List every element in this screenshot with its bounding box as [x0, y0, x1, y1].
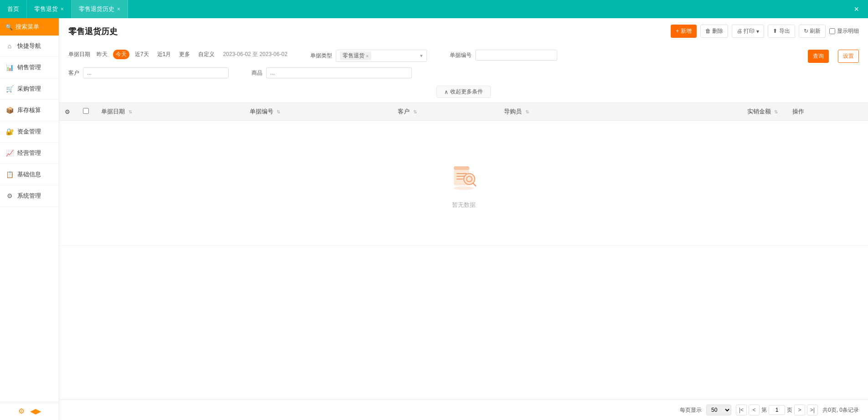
date-options: 昨天 今天 近7天 近1月 更多 自定义 [94, 50, 217, 59]
sidebar-item-label: 经营管理 [17, 149, 41, 157]
sidebar-item-business-mgmt[interactable]: 📈 经营管理 [0, 143, 59, 164]
query-button[interactable]: 查询 [808, 50, 829, 63]
type-tag: 零售退货 × [340, 51, 371, 60]
date-filter-label: 单据日期 [68, 51, 90, 58]
tab-retail-return-history-close[interactable]: × [117, 6, 120, 12]
first-page-btn[interactable]: |< [736, 405, 747, 415]
next-page-btn[interactable]: > [794, 405, 805, 415]
query-label: 查询 [813, 52, 824, 60]
display-label: 显示明细 [837, 27, 859, 35]
date-opt-today[interactable]: 今天 [113, 50, 129, 59]
delete-button[interactable]: 🗑 删除 [700, 25, 728, 38]
settings-label: 设置 [843, 52, 854, 60]
th-date[interactable]: 单据日期 ⇅ [96, 103, 244, 121]
sidebar-item-label: 库存核算 [17, 106, 41, 114]
th-settings[interactable]: ⚙ [59, 103, 77, 121]
type-tag-close[interactable]: × [366, 53, 369, 59]
sidebar-item-label: 资金管理 [17, 128, 41, 136]
table-body: 暂无数据 [59, 121, 868, 246]
last-page-btn[interactable]: >| [807, 405, 818, 415]
refresh-label: ↻ 刷新 [804, 27, 821, 35]
prev-page-btn[interactable]: < [749, 405, 760, 415]
customer-input[interactable] [83, 67, 229, 78]
th-actions-label: 操作 [792, 108, 804, 115]
page-header: 零售退货历史 + 新增 🗑 删除 🖨 打印 ▾ ⬆ 导出 [59, 18, 868, 103]
display-toggle-checkbox[interactable] [829, 28, 835, 34]
sidebar-item-funds-mgmt[interactable]: 🔐 资金管理 [0, 121, 59, 143]
sidebar-item-label: 系统管理 [17, 192, 41, 200]
new-button[interactable]: + 新增 [671, 25, 696, 38]
search-menu-label: 搜索菜单 [15, 23, 39, 31]
tab-home[interactable]: 首页 [0, 0, 27, 18]
tab-retail-return-close[interactable]: × [61, 6, 64, 12]
sidebar-item-purchase-mgmt[interactable]: 🛒 采购管理 [0, 78, 59, 100]
collapse-button[interactable]: ∧ 收起更多条件 [437, 86, 491, 98]
date-opt-last7[interactable]: 近7天 [132, 50, 152, 59]
search-menu-btn[interactable]: 🔍 搜索菜单 [0, 18, 59, 36]
th-actions: 操作 [787, 103, 868, 121]
goods-filter-label: 商品 [252, 69, 262, 77]
sort-icon-number: ⇅ [277, 109, 280, 114]
funds-icon: 🔐 [5, 128, 14, 136]
print-button[interactable]: 🖨 打印 ▾ [732, 25, 764, 38]
sort-icon-guide: ⇅ [525, 109, 529, 114]
sidebar-item-basic-info[interactable]: 📋 基础信息 [0, 164, 59, 185]
goods-input[interactable] [266, 67, 412, 78]
pagination-bar: 每页显示 10 20 50 100 |< < 第 页 > >| 共0页, 0条记… [59, 400, 868, 420]
delete-label: 🗑 删除 [705, 27, 723, 35]
print-dropdown-icon: ▾ [756, 28, 759, 35]
type-filter-label: 单据类型 [310, 52, 332, 60]
new-label: + 新增 [676, 27, 691, 35]
tab-retail-return[interactable]: 零售退货 × [27, 0, 72, 18]
filter-area: 单据日期 昨天 今天 近7天 近1月 更多 自定义 2023-06-02 至 2… [68, 44, 859, 102]
page-title: 零售退货历史 [68, 26, 118, 37]
sidebar-item-quick-nav[interactable]: ⌂ 快捷导航 [0, 36, 59, 57]
sidebar-volume-icon[interactable]: ◀▶ [30, 407, 41, 415]
sort-icon-date: ⇅ [128, 109, 132, 114]
date-opt-yesterday[interactable]: 昨天 [94, 50, 110, 59]
tab-home-label: 首页 [7, 5, 19, 13]
th-number[interactable]: 单据编号 ⇅ [244, 103, 393, 121]
display-toggle: 显示明细 [829, 27, 859, 35]
page-number-input[interactable] [769, 405, 785, 415]
tab-retail-return-history-label: 零售退货历史 [79, 5, 114, 13]
per-page-label: 每页显示 [680, 406, 702, 414]
date-opt-more[interactable]: 更多 [176, 50, 193, 59]
number-input[interactable] [475, 50, 557, 61]
page-label: 第 [761, 406, 767, 414]
inventory-icon: 📦 [5, 106, 14, 114]
select-all-checkbox[interactable] [83, 108, 89, 114]
refresh-button[interactable]: ↻ 刷新 [799, 25, 826, 38]
sidebar-settings-icon[interactable]: ⚙ [18, 407, 25, 415]
date-filter: 单据日期 昨天 今天 近7天 近1月 更多 自定义 2023-06-02 至 2… [68, 50, 288, 59]
date-opt-last1month[interactable]: 近1月 [154, 50, 174, 59]
sidebar-item-sales-mgmt[interactable]: 📊 销售管理 [0, 57, 59, 78]
type-tag-label: 零售退货 [343, 52, 365, 60]
settings-button[interactable]: 设置 [838, 50, 859, 63]
sidebar: 🔍 搜索菜单 ⌂ 快捷导航 📊 销售管理 🛒 采购管理 📦 库存核算 🔐 资金管… [0, 18, 59, 420]
per-page-select[interactable]: 10 20 50 100 [706, 405, 731, 415]
th-customer[interactable]: 客户 ⇅ [392, 103, 498, 121]
th-checkbox[interactable] [77, 103, 96, 121]
th-guide[interactable]: 导购员 ⇅ [498, 103, 626, 121]
sidebar-item-sys-mgmt[interactable]: ⚙ 系统管理 [0, 185, 59, 207]
page-title-row: 零售退货历史 + 新增 🗑 删除 🖨 打印 ▾ ⬆ 导出 [68, 25, 859, 38]
page-content: ⚙ 单据日期 ⇅ 单据编号 ⇅ [59, 103, 868, 400]
search-icon: 🔍 [5, 24, 13, 31]
customer-filter: 客户 [68, 67, 229, 78]
tab-retail-return-history[interactable]: 零售退货历史 × [72, 0, 128, 18]
window-close-button[interactable]: × [850, 5, 863, 14]
filter-row-2: 客户 商品 [68, 67, 859, 78]
type-select[interactable]: 零售退货 × ▾ [336, 50, 427, 62]
type-dropdown-icon: ▾ [420, 53, 423, 59]
export-button[interactable]: ⬆ 导出 [768, 25, 795, 38]
table-header-row: ⚙ 单据日期 ⇅ 单据编号 ⇅ [59, 103, 868, 121]
sidebar-item-inventory-calc[interactable]: 📦 库存核算 [0, 100, 59, 121]
date-opt-custom[interactable]: 自定义 [195, 50, 217, 59]
th-amount[interactable]: 实销金额 ⇅ [626, 103, 787, 121]
sidebar-item-label: 快捷导航 [17, 42, 41, 50]
filter-row-1: 单据日期 昨天 今天 近7天 近1月 更多 自定义 2023-06-02 至 2… [68, 50, 859, 63]
svg-line-8 [473, 183, 476, 186]
pagination-summary: 共0页, 0条记录 [822, 406, 859, 414]
empty-illustration [446, 157, 482, 194]
